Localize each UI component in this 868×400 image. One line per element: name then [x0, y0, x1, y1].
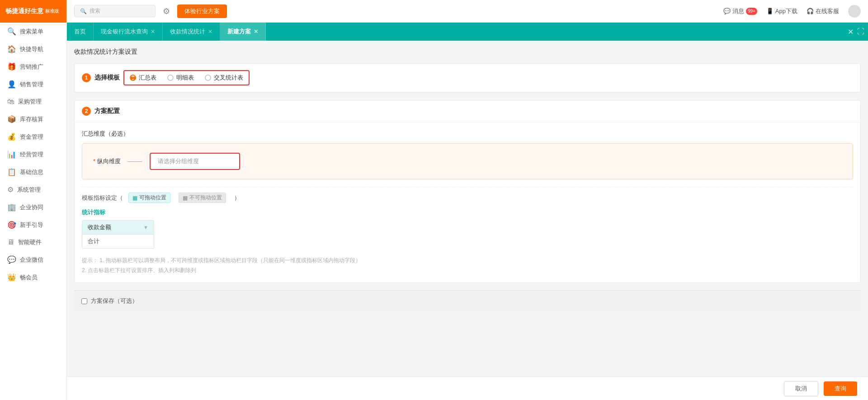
- section2-number: 2: [82, 107, 91, 116]
- footer-bar: 取消 查询: [67, 376, 868, 400]
- tag-draggable: ▦ 可拖动位置: [128, 193, 170, 203]
- radio-cross[interactable]: 交叉统计表: [205, 74, 243, 82]
- sidebar-item-vip[interactable]: 👑 畅会员: [0, 268, 66, 286]
- section-plan-config: 2 方案配置 汇总维度（必选） * 纵向维度 —— 请选择分组维度: [74, 100, 861, 283]
- dimension-select[interactable]: 请选择分组维度: [150, 153, 240, 170]
- service-label: 在线客服: [816, 7, 839, 15]
- avatar[interactable]: [848, 5, 861, 18]
- radio-summary[interactable]: 汇总表: [130, 74, 156, 82]
- sidebar-item-label: 采购管理: [18, 98, 42, 106]
- radio-summary-label: 汇总表: [139, 74, 156, 82]
- tab-minimize-icon[interactable]: ✕: [848, 28, 854, 36]
- draggable-label: 可拖动位置: [139, 194, 166, 202]
- download-item[interactable]: 📱 App下载: [766, 7, 797, 15]
- settings-icon[interactable]: ⚙: [163, 6, 170, 16]
- message-item[interactable]: 💬 消息 99+: [723, 7, 757, 15]
- section-template-header: 1 选择模板 汇总表 明细表: [75, 64, 860, 92]
- message-icon: 💬: [723, 8, 731, 14]
- tab-new-plan[interactable]: 新建方案 ✕: [220, 23, 266, 41]
- dimension-group-label: 汇总维度（必选）: [82, 130, 853, 138]
- dropdown-chevron-icon[interactable]: ▼: [143, 225, 148, 230]
- template-options-wrapper: 汇总表 明细表 交叉统计表: [123, 70, 250, 85]
- sidebar-item-guide[interactable]: 🎯 新手引导: [0, 216, 66, 234]
- plan-config-body: 汇总维度（必选） * 纵向维度 —— 请选择分组维度: [75, 122, 860, 282]
- search-menu-icon: 🔍: [7, 27, 16, 36]
- radio-detail[interactable]: 明细表: [167, 74, 194, 82]
- non-draggable-label: 不可拖动位置: [189, 194, 222, 202]
- search-bar[interactable]: 🔍 搜索: [74, 5, 156, 17]
- sidebar: 畅捷通好生意 标准版 🔍 搜索菜单 🏠 快捷导航 🎁 营销推广 👤 销售管理 🛍…: [0, 0, 67, 400]
- tag-non-draggable: ▦ 不可拖动位置: [179, 193, 226, 203]
- tab-bank-flow-label: 现金银行流水查询: [101, 28, 148, 36]
- sidebar-item-smart-hw[interactable]: 🖥 智能硬件: [0, 234, 66, 251]
- sidebar-item-basic-info[interactable]: 📋 基础信息: [0, 163, 66, 181]
- content-area: 收款情况统计方案设置 1 选择模板 汇总表: [67, 41, 868, 376]
- tab-revenue-stats-close[interactable]: ✕: [208, 28, 212, 35]
- logo-sub: 标准版: [45, 8, 59, 14]
- hint-line-2: 2. 点击标题栏下拉可设置排序、插入列和删除列: [82, 266, 853, 276]
- non-draggable-icon: ▦: [183, 195, 188, 201]
- cancel-button[interactable]: 取消: [784, 381, 818, 396]
- dimension-arrow-icon: ——: [128, 157, 142, 165]
- vertical-dim-label: * 纵向维度: [93, 157, 121, 165]
- indicator-header-row: 模板指标设定（ ▦ 可拖动位置 ▦ 不可拖动位置 ）: [82, 193, 853, 203]
- radio-cross-circle: [205, 75, 211, 81]
- tab-revenue-stats[interactable]: 收款情况统计 ✕: [163, 23, 220, 41]
- sidebar-item-finance[interactable]: 💰 资金管理: [0, 128, 66, 146]
- query-button[interactable]: 查询: [824, 381, 857, 396]
- section2-header: 2 方案配置: [75, 100, 860, 122]
- sidebar-item-label: 搜索菜单: [20, 28, 43, 36]
- trial-button[interactable]: 体验行业方案: [177, 5, 227, 18]
- sidebar-item-marketing[interactable]: 🎁 营销推广: [0, 58, 66, 75]
- gift-icon: 🎁: [7, 62, 16, 71]
- draggable-icon: ▦: [132, 195, 137, 201]
- section-template: 1 选择模板 汇总表 明细表: [74, 63, 861, 93]
- sidebar-item-label: 基础信息: [20, 168, 43, 176]
- tab-expand-icon[interactable]: ⛶: [857, 28, 864, 36]
- sidebar-item-label: 新手引导: [20, 221, 43, 229]
- tab-home-label: 首页: [74, 28, 86, 36]
- message-label: 消息: [732, 7, 744, 15]
- indicator-section: 模板指标设定（ ▦ 可拖动位置 ▦ 不可拖动位置 ）: [82, 187, 853, 275]
- tabbar-controls: ✕ ⛶: [844, 23, 868, 41]
- save-section: 方案保存（可选）: [74, 290, 861, 311]
- chart-icon: 📊: [7, 150, 16, 159]
- search-icon: 🔍: [80, 8, 87, 14]
- tab-new-plan-label: 新建方案: [227, 28, 251, 36]
- tab-bank-flow-close[interactable]: ✕: [151, 28, 155, 35]
- tab-home[interactable]: 首页: [67, 23, 94, 41]
- sidebar-item-sales[interactable]: 👤 销售管理: [0, 75, 66, 93]
- guide-icon: 🎯: [7, 221, 16, 229]
- section2-title: 方案配置: [94, 107, 120, 115]
- message-badge: 99+: [746, 8, 757, 15]
- sidebar-item-label: 快捷导航: [20, 45, 43, 53]
- sidebar-item-operations[interactable]: 📊 经营管理: [0, 146, 66, 163]
- box-icon: 📦: [7, 115, 16, 123]
- hint-line-1: 提示： 1. 拖动标题栏可以调整布局，不可跨维度或指标区域拖动栏目字段（只能在同…: [82, 256, 853, 266]
- sidebar-item-enterprise-wechat[interactable]: 💬 企业微信: [0, 251, 66, 268]
- service-item[interactable]: 🎧 在线客服: [807, 7, 839, 15]
- sidebar-item-enterprise-collab[interactable]: 🏢 企业协同: [0, 198, 66, 216]
- tab-bank-flow[interactable]: 现金银行流水查询 ✕: [94, 23, 163, 41]
- indicator-table-header[interactable]: 收款金额 ▼: [82, 221, 154, 235]
- section1-number: 1: [82, 73, 91, 82]
- sidebar-item-search-menu[interactable]: 🔍 搜索菜单: [0, 23, 66, 40]
- home-icon: 🏠: [7, 45, 16, 53]
- tab-new-plan-close[interactable]: ✕: [254, 28, 258, 35]
- save-checkbox[interactable]: [81, 298, 87, 304]
- headset-icon: 🎧: [807, 8, 814, 14]
- sidebar-item-purchase[interactable]: 🛍 采购管理: [0, 93, 66, 110]
- chat-icon: 💬: [7, 255, 16, 264]
- sidebar-logo: 畅捷通好生意 标准版: [0, 0, 66, 23]
- download-icon: 📱: [766, 8, 774, 14]
- sidebar-item-system[interactable]: ⚙ 系统管理: [0, 181, 66, 198]
- tabbar: 首页 现金银行流水查询 ✕ 收款情况统计 ✕ 新建方案 ✕ ✕ ⛶: [67, 23, 868, 41]
- logo-text: 畅捷通好生意: [5, 7, 43, 15]
- sidebar-item-label: 系统管理: [17, 186, 41, 194]
- indicator-table-row: 合计: [82, 235, 154, 248]
- page-title: 收款情况统计方案设置: [74, 48, 861, 56]
- sidebar-item-inventory[interactable]: 📦 库存核算: [0, 110, 66, 128]
- topbar-right: 💬 消息 99+ 📱 App下载 🎧 在线客服: [723, 5, 861, 18]
- indicator-table: 收款金额 ▼ 合计: [82, 220, 154, 249]
- sidebar-item-quick-nav[interactable]: 🏠 快捷导航: [0, 40, 66, 58]
